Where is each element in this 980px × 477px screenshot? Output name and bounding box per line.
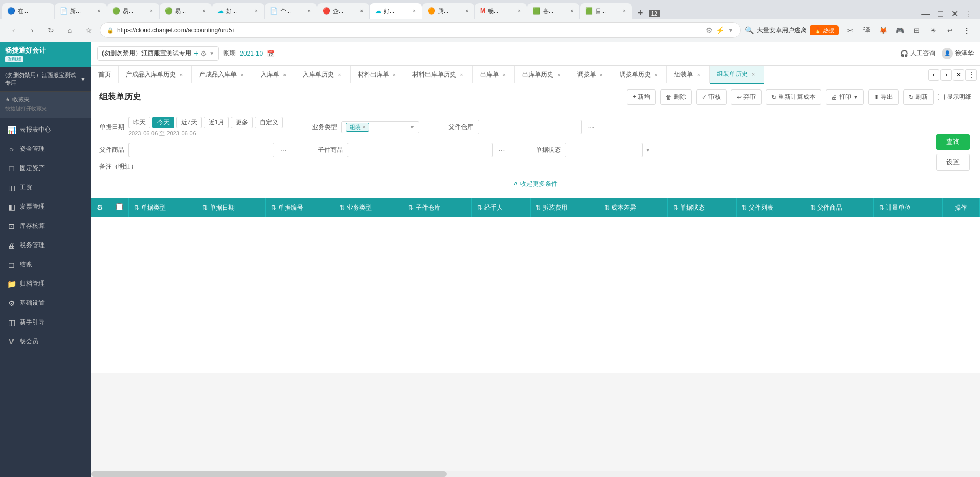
tab-close-product-inbound[interactable]: × bbox=[239, 71, 245, 79]
tab-outbound-history[interactable]: 出库单历史 × bbox=[515, 66, 570, 83]
tabs-next-button[interactable]: › bbox=[940, 69, 952, 81]
sidebar-item-settlement[interactable]: ◻ 结账 bbox=[0, 255, 91, 274]
tab-close-10[interactable]: × bbox=[517, 7, 522, 15]
table-settings-gear[interactable]: ⚙ bbox=[97, 203, 104, 212]
minimize-button[interactable]: — bbox=[918, 9, 933, 19]
tab-close-transfer-history[interactable]: × bbox=[653, 71, 659, 79]
translate-tool[interactable]: 译 bbox=[859, 23, 874, 37]
apps-icon[interactable]: ⚙ bbox=[706, 26, 713, 34]
tab-assembly-history[interactable]: 组装单历史 × bbox=[710, 66, 764, 84]
company-selector[interactable]: (勿删勿禁用）江西服宝测试专用 + ⚙ ▼ bbox=[97, 46, 219, 61]
more-tools[interactable]: ⋮ bbox=[959, 23, 974, 37]
browser-tab-3[interactable]: 🟢 易... × bbox=[107, 3, 159, 19]
browser-tab-8[interactable]: ☁ 好... × bbox=[370, 3, 422, 19]
browser-tab-5[interactable]: ☁ 好... × bbox=[212, 3, 264, 19]
parent-goods-more[interactable]: ··· bbox=[278, 145, 289, 155]
sidebar-favorites[interactable]: ★ 收藏夹 快捷键打开收藏夹 bbox=[0, 92, 91, 118]
horizontal-scrollbar[interactable] bbox=[91, 471, 980, 477]
print-button[interactable]: 🖨 打印 ▼ bbox=[826, 89, 864, 105]
col-parent-goods[interactable]: ⇅ 父件商品 bbox=[805, 198, 873, 217]
abandon-button[interactable]: ↩ 弃审 bbox=[731, 89, 762, 105]
tab-close-12[interactable]: × bbox=[622, 7, 627, 15]
home-button[interactable]: ⌂ bbox=[62, 23, 77, 37]
show-detail-checkbox[interactable]: 显示明细 bbox=[938, 93, 972, 101]
business-type-dropdown[interactable]: ▼ bbox=[409, 124, 415, 130]
sidebar-item-cloud-report[interactable]: 📊 云报表中心 bbox=[0, 120, 91, 139]
sidebar-item-inventory[interactable]: ⊡ 库存核算 bbox=[0, 216, 91, 236]
col-doc-type[interactable]: ⇅ 单据类型 bbox=[128, 198, 197, 217]
game-tool[interactable]: 🎮 bbox=[893, 23, 907, 37]
doc-status-dropdown[interactable]: ▼ bbox=[645, 147, 650, 153]
tab-material-outbound[interactable]: 材料出库单 × bbox=[351, 66, 405, 83]
fox-tool[interactable]: 🦊 bbox=[876, 23, 891, 37]
col-disassembly-fee[interactable]: ⇅ 拆装费用 bbox=[531, 198, 599, 217]
tab-transfer-history[interactable]: 调拨单历史 × bbox=[612, 66, 667, 83]
grid-tool[interactable]: ⊞ bbox=[909, 23, 924, 37]
sidebar-item-salary[interactable]: ◫ 工资 bbox=[0, 178, 91, 197]
close-window-button[interactable]: ✕ bbox=[948, 9, 961, 19]
export-button[interactable]: ⬆ 导出 bbox=[868, 89, 899, 105]
show-detail-input[interactable] bbox=[938, 94, 945, 100]
col-operator[interactable]: ⇅ 经手人 bbox=[472, 198, 531, 217]
settings-button[interactable]: 设置 bbox=[936, 154, 970, 171]
month1-button[interactable]: 近1月 bbox=[204, 117, 229, 128]
tab-close-inbound-history[interactable]: × bbox=[336, 71, 342, 79]
new-tab-button[interactable]: + bbox=[635, 8, 647, 19]
scrollbar-thumb[interactable] bbox=[91, 471, 447, 477]
url-dropdown-icon[interactable]: ▼ bbox=[728, 27, 734, 34]
maximize-button[interactable]: □ bbox=[935, 9, 946, 19]
company-selector-settings[interactable]: ⚙ bbox=[200, 49, 207, 58]
col-parent-list[interactable]: ⇅ 父件列表 bbox=[736, 198, 805, 217]
consult-button[interactable]: 🎧 人工咨询 bbox=[900, 49, 935, 58]
tab-assembly[interactable]: 组装单 × bbox=[667, 66, 709, 83]
col-checkbox[interactable] bbox=[110, 198, 128, 217]
tab-close-11[interactable]: × bbox=[569, 7, 574, 15]
sidebar-item-basic-settings[interactable]: ⚙ 基础设置 bbox=[0, 293, 91, 313]
lightning-icon[interactable]: ⚡ bbox=[716, 26, 725, 34]
business-type-select[interactable]: 组装 × ▼ bbox=[341, 121, 419, 133]
tab-material-outbound-history[interactable]: 材料出库单历史 × bbox=[405, 66, 472, 83]
calendar-icon[interactable]: 📅 bbox=[267, 50, 275, 57]
back-button[interactable]: ‹ bbox=[6, 23, 21, 37]
tab-close-5[interactable]: × bbox=[254, 7, 259, 15]
sun-tool[interactable]: ☀ bbox=[926, 23, 940, 37]
business-type-tag-close[interactable]: × bbox=[362, 124, 365, 130]
user-info[interactable]: 👤 徐泽华 bbox=[942, 48, 974, 59]
col-cost-diff[interactable]: ⇅ 成本差异 bbox=[599, 198, 667, 217]
undo-tool[interactable]: ↩ bbox=[943, 23, 957, 37]
tab-close-6[interactable]: × bbox=[306, 7, 312, 15]
hot-search-button[interactable]: 🔥 热搜 bbox=[810, 25, 839, 35]
custom-date-button[interactable]: 自定义 bbox=[255, 117, 283, 128]
sidebar-item-invoice-mgmt[interactable]: ◧ 发票管理 bbox=[0, 197, 91, 216]
sidebar-item-archive-mgmt[interactable]: 📁 归档管理 bbox=[0, 274, 91, 293]
favorites-sub[interactable]: 快捷键打开收藏夹 bbox=[5, 104, 86, 114]
tabs-prev-button[interactable]: ‹ bbox=[928, 69, 939, 81]
tab-close-4[interactable]: × bbox=[201, 7, 207, 15]
tab-inbound[interactable]: 入库单 × bbox=[253, 66, 295, 83]
week7-button[interactable]: 近7天 bbox=[176, 117, 202, 128]
print-dropdown-icon[interactable]: ▼ bbox=[853, 94, 858, 100]
refresh-button[interactable]: ↻ 刷新 bbox=[903, 89, 934, 105]
tab-close-transfer[interactable]: × bbox=[598, 71, 604, 79]
period-value[interactable]: 2021-10 bbox=[240, 50, 263, 57]
tab-outbound[interactable]: 出库单 × bbox=[473, 66, 515, 83]
sidebar-item-fund-mgmt[interactable]: ○ 资金管理 bbox=[0, 139, 91, 159]
parent-warehouse-input[interactable] bbox=[478, 120, 582, 134]
browser-tab-11[interactable]: 🟩 各... × bbox=[527, 3, 579, 19]
select-all-checkbox[interactable] bbox=[116, 203, 123, 210]
browser-tab-1[interactable]: 🔵 在... bbox=[2, 3, 54, 19]
col-biz-type[interactable]: ⇅ 业务类型 bbox=[334, 198, 403, 217]
tab-close-assembly[interactable]: × bbox=[695, 71, 701, 79]
tabs-more-button[interactable]: ⋮ bbox=[965, 69, 977, 81]
tab-close-2[interactable]: × bbox=[96, 7, 101, 15]
sidebar-item-tax-mgmt[interactable]: 🖨 税务管理 bbox=[0, 236, 91, 255]
parent-warehouse-more[interactable]: ··· bbox=[586, 122, 596, 132]
child-goods-input[interactable] bbox=[347, 143, 493, 157]
tab-close-material-outbound[interactable]: × bbox=[391, 71, 397, 79]
browser-tab-4[interactable]: 🟢 易... × bbox=[160, 3, 212, 19]
col-doc-date[interactable]: ⇅ 单据日期 bbox=[197, 198, 266, 217]
col-doc-no[interactable]: ⇅ 单据编号 bbox=[266, 198, 334, 217]
tab-close-product-inbound-history[interactable]: × bbox=[178, 71, 184, 79]
tab-close-outbound-history[interactable]: × bbox=[556, 71, 562, 79]
sidebar-item-fixed-assets[interactable]: □ 固定资产 bbox=[0, 159, 91, 178]
